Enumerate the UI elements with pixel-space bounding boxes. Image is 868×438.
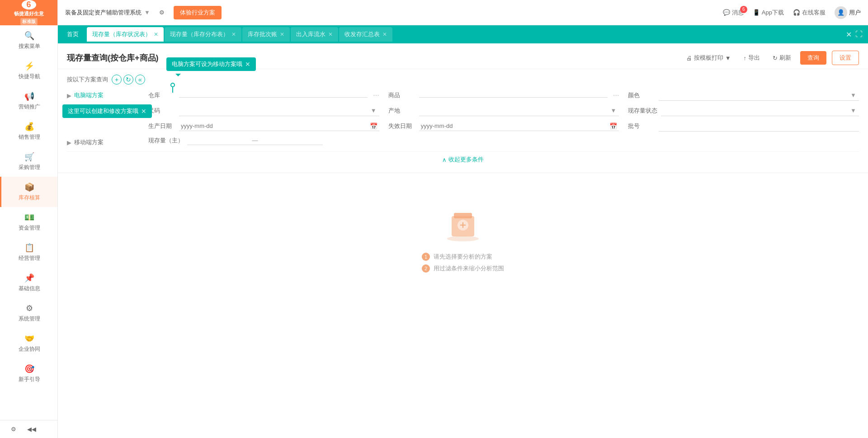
online-support-btn[interactable]: 🎧 在线客服	[793, 9, 826, 17]
app-download-btn[interactable]: 📱 App下载	[753, 9, 784, 17]
lightning-icon: ⚡	[24, 61, 34, 71]
message-badge: 6	[740, 6, 747, 13]
color-select[interactable]: ▼	[659, 90, 859, 101]
connector-dot	[170, 83, 175, 87]
tab-bar: 首页 现存量（库存状况表） ✕ 现存量（库存分布表） ✕ 库存批次账 ✕ 出入库…	[58, 25, 868, 43]
sidebar-item-enterprise[interactable]: 🤝 企业协同	[0, 328, 57, 358]
color-arrow: ▼	[850, 92, 856, 99]
expire-date-field[interactable]	[421, 122, 608, 129]
tab-batch[interactable]: 库存批次账 ✕	[242, 27, 290, 42]
plan-tree-desktop[interactable]: ▶ 电脑端方案	[67, 90, 139, 101]
refresh-btn[interactable]: ↻ 刷新	[769, 52, 795, 64]
inventory-max-input[interactable]	[260, 137, 321, 144]
page-title: 现存量查询(按仓库+商品)	[67, 52, 159, 63]
tab-home[interactable]: 首页	[60, 27, 86, 42]
prod-date-input[interactable]: 📅	[179, 122, 379, 131]
inventory-min-input[interactable]	[189, 137, 250, 144]
export-btn[interactable]: ↑ 导出	[740, 52, 764, 64]
tab-summary[interactable]: 收发存汇总表 ✕	[339, 27, 392, 42]
filter-size: 尺码 ▼	[148, 105, 379, 116]
inventory-amount-label: 现存量（主）	[148, 137, 184, 145]
collapse-bar[interactable]: ∧ 收起更多条件	[67, 151, 859, 167]
settings-btn[interactable]: 设置	[832, 51, 859, 65]
warehouse-select[interactable]	[179, 94, 368, 98]
sidebar-item-marketing[interactable]: 📢 营销推广	[0, 86, 57, 116]
warehouse-label: 仓库	[148, 91, 175, 99]
empty-state: 1 请先选择要分析的方案 2 用过滤条件来缩小分析范围	[58, 173, 868, 300]
print-btn[interactable]: 🖨 按模板打印 ▼	[683, 52, 735, 64]
product-select[interactable]	[419, 94, 608, 98]
prod-date-field[interactable]	[181, 122, 368, 129]
tab-inventory-dist-label: 现存量（库存分布表）	[170, 30, 229, 38]
tab-flow[interactable]: 出入库流水 ✕	[291, 27, 338, 42]
query-btn[interactable]: 查询	[800, 51, 826, 65]
tooltip-create-close-btn[interactable]: ✕	[141, 108, 146, 115]
export-icon: ↑	[744, 55, 747, 61]
calendar-icon-2: 📅	[609, 122, 617, 130]
sidebar-item-sales[interactable]: 💰 销售管理	[0, 116, 57, 146]
inventory-range[interactable]: —	[187, 136, 323, 145]
sidebar-item-purchase[interactable]: 🛒 采购管理	[0, 146, 57, 177]
tab-close-icon[interactable]: ✕	[328, 31, 333, 38]
sidebar-item-guide[interactable]: 🎯 新手引导	[0, 358, 57, 389]
refresh-plan-btn[interactable]: ↻	[123, 75, 133, 85]
header-right: 💬 消息 6 📱 App下载 🎧 在线客服 👤 用户	[723, 6, 861, 19]
expire-date-input[interactable]: 📅	[419, 122, 619, 131]
filter-expire-date: 失效日期 📅	[388, 121, 619, 132]
tab-close-icon[interactable]: ✕	[382, 31, 387, 38]
add-plan-btn[interactable]: +	[112, 75, 122, 85]
origin-arrow: ▼	[610, 107, 616, 114]
message-btn[interactable]: 💬 消息 6	[723, 9, 744, 17]
sidebar-item-label: 新手引导	[19, 376, 40, 383]
tab-close-all-icon[interactable]: ✕	[846, 30, 852, 39]
plan-tree-mobile[interactable]: ▶ 移动端方案	[67, 137, 139, 148]
sidebar-item-search[interactable]: 🔍 搜索菜单	[0, 25, 57, 56]
tab-bar-right: ✕ ⛶	[846, 30, 866, 39]
sidebar-item-management[interactable]: 📋 经营管理	[0, 237, 57, 268]
sidebar-item-inventory[interactable]: 📦 库存核算	[0, 177, 57, 207]
export-label: 导出	[748, 54, 760, 62]
batch-input[interactable]	[659, 121, 859, 132]
tooltip-close-btn[interactable]: ✕	[245, 61, 250, 68]
collapse-text: 收起更多条件	[448, 155, 484, 164]
empty-text: 1 请先选择要分析的方案 2 用过滤条件来缩小分析范围	[422, 253, 504, 273]
sidebar-item-system[interactable]: ⚙ 系统管理	[0, 298, 57, 328]
tab-inventory-dist[interactable]: 现存量（库存分布表） ✕	[165, 27, 241, 42]
mobile-icon: 📱	[753, 9, 760, 16]
sidebar-item-label: 企业协同	[19, 345, 40, 353]
tab-close-icon[interactable]: ✕	[280, 31, 284, 38]
sidebar-item-label: 销售管理	[19, 133, 40, 141]
box-icon: 📦	[24, 182, 34, 192]
status-select[interactable]: ▼	[661, 105, 859, 116]
tab-close-icon[interactable]: ✕	[154, 31, 158, 38]
cart-icon: 🛒	[24, 152, 34, 162]
size-select[interactable]: ▼	[179, 105, 379, 116]
plan-tree-mobile-container: ▶ 移动端方案	[67, 137, 139, 148]
sidebar-item-basic[interactable]: 📌 基础信息	[0, 268, 57, 298]
warehouse-dots[interactable]: ···	[373, 91, 379, 99]
expand-arrow: ▶	[67, 92, 71, 99]
empty-svg	[440, 200, 486, 245]
tab-inventory-status-label: 现存量（库存状况表）	[92, 30, 151, 38]
sidebar-item-nav[interactable]: ⚡ 快捷导航	[0, 56, 57, 86]
sidebar-item-finance[interactable]: 💵 资金管理	[0, 207, 57, 237]
header-gear-btn[interactable]: ⚙	[156, 6, 168, 19]
collapse-icon: ∧	[442, 156, 447, 163]
tab-expand-icon[interactable]: ⛶	[855, 30, 863, 38]
tab-inventory-status[interactable]: 现存量（库存状况表） ✕	[87, 27, 164, 42]
top-header: 装备及固定资产辅助管理系统 ▼ ⚙ 体验行业方案 💬 消息 6 📱 App下载 …	[58, 0, 868, 25]
back-btn[interactable]: «	[135, 75, 145, 85]
collapse-sidebar-btn[interactable]: ◀◀	[25, 423, 38, 436]
user-btn[interactable]: 👤 用户	[835, 6, 861, 19]
empty-step-2-num: 2	[422, 264, 430, 273]
tab-batch-label: 库存批次账	[248, 30, 277, 38]
industry-btn[interactable]: 体验行业方案	[174, 6, 222, 19]
product-dots[interactable]: ···	[613, 91, 619, 99]
main-area: 装备及固定资产辅助管理系统 ▼ ⚙ 体验行业方案 💬 消息 6 📱 App下载 …	[58, 0, 868, 438]
page-content: 现存量查询(按仓库+商品) 🖨 按模板打印 ▼ ↑ 导出 ↻ 刷新 查询 设置	[58, 43, 868, 438]
system-title-text: 装备及固定资产辅助管理系统	[65, 9, 142, 17]
tab-close-icon[interactable]: ✕	[231, 31, 236, 38]
origin-select[interactable]: ▼	[419, 105, 619, 116]
settings-bottom-btn[interactable]: ⚙	[7, 423, 20, 436]
user-label: 用户	[849, 9, 861, 17]
